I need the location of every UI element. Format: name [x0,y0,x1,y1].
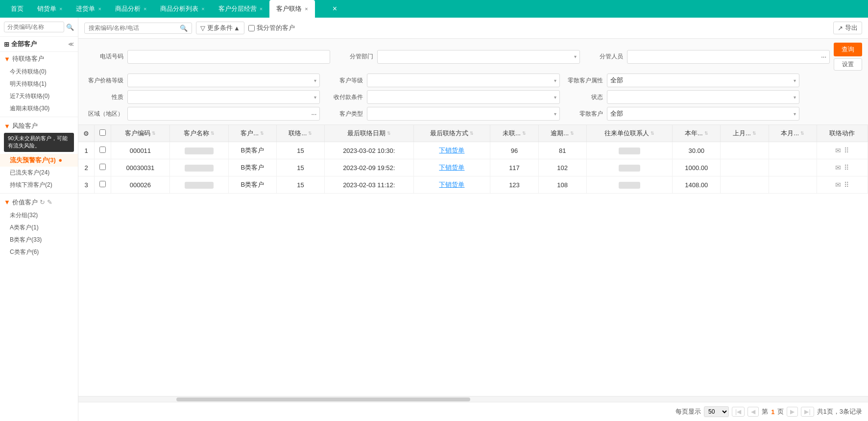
tab-product-analysis[interactable]: 商品分析 × [108,0,153,18]
refresh-icon[interactable]: ↻ [40,198,45,206]
select-all-checkbox[interactable] [99,129,106,136]
row-checkbox-cell[interactable] [95,159,111,176]
row-checkbox[interactable] [99,147,106,153]
row-not-contacted: 96 [490,142,538,159]
th-checkbox[interactable] [95,125,111,142]
sidebar-item-overdue[interactable]: 逾期未联络(30) [0,102,78,115]
close-tab-product-analysis[interactable]: × [144,6,146,12]
sidebar-group-pending[interactable]: ▼ 待联络客户 [0,52,78,66]
row-name: ██████ [169,176,228,194]
close-all-tabs[interactable]: × [333,4,337,13]
person-select[interactable]: ··· [627,50,830,64]
tab-sales[interactable]: 销货单 × [30,0,69,18]
sidebar-item-tomorrow[interactable]: 明天待联络(1) [0,78,78,90]
last-method-link[interactable]: 下销货单 [439,181,464,188]
tab-product-list[interactable]: 商品分析列表 × [153,0,211,18]
sidebar-search-input[interactable] [4,22,64,32]
sidebar-all-customers[interactable]: ⊞ 全部客户 ≪ [0,37,78,52]
row-customer-type: B类客户 [228,142,276,159]
scrollbar-thumb[interactable] [176,397,470,401]
sidebar-item-7days[interactable]: 近7天待联络(0) [0,90,78,102]
row-checkbox-cell[interactable] [95,176,111,194]
page-unit: 页 [777,407,784,416]
action-more-icon[interactable]: ⠿ [844,147,849,154]
sidebar-item-a-class[interactable]: A类客户(1) [0,222,78,234]
more-conditions-btn[interactable]: ▽ 更多条件 ▲ [196,22,244,34]
row-contact-count: 15 [276,142,324,159]
action-contact-icon[interactable]: ✉ [835,147,841,154]
sidebar-item-ungrouped[interactable]: 未分组(32) [0,209,78,222]
data-table-area: ⚙ 客户编码⇅ 客户名称⇅ 客户...⇅ 联络...⇅ 最后联络日期⇅ 最后联络… [78,125,868,396]
sidebar-item-b-class[interactable]: B类客户(33) [0,234,78,246]
sidebar-item-churned[interactable]: 已流失客户(24) [0,167,78,179]
row-last-date: 2023-02-03 11:12: [325,176,414,194]
row-checkbox[interactable] [99,164,106,170]
table-row: 1 000011 ██████ B类客户 15 2023-03-02 10:30… [78,142,868,159]
action-more-icon[interactable]: ⠿ [844,164,849,172]
customer-level-select[interactable]: ▾ [367,74,559,87]
sidebar-group-risk[interactable]: ▼ 风险客户 [0,119,78,133]
region-select[interactable]: ··· [127,107,320,121]
close-tab-purchase[interactable]: × [98,6,101,12]
customer-type-select[interactable]: ▾ [367,107,559,121]
row-checkbox[interactable] [99,181,106,187]
sidebar-group-value[interactable]: ▼ 价值客户 ↻ ✎ [0,196,78,209]
close-tab-sales[interactable]: × [59,6,62,12]
th-settings[interactable]: ⚙ [78,125,95,142]
export-button[interactable]: ↗ 导出 [833,22,862,34]
payment-select[interactable]: ▾ [367,90,559,104]
tab-purchase[interactable]: 进货单 × [69,0,108,18]
last-page-btn[interactable]: ▶| [801,407,814,417]
filter-row-1: 电话号码 分管部门 ▾ 分管人员 ··· 查询 设置 [84,43,862,71]
sidebar-divider-2 [0,193,78,194]
retail-customer-select[interactable]: 全部▾ [607,107,799,121]
last-method-link[interactable]: 下销货单 [439,147,464,154]
first-page-btn[interactable]: |◀ [732,407,745,417]
sidebar-search-area: 🔍 [0,18,78,37]
action-more-icon[interactable]: ⠿ [844,181,849,189]
row-checkbox-cell[interactable] [95,142,111,159]
dept-select[interactable]: ▾ [377,50,580,64]
retail-attr-select[interactable]: 全部▾ [607,74,799,87]
gender-select[interactable]: ▾ [127,90,320,104]
close-tab-customer-contact[interactable]: × [305,6,308,12]
tooltip-risk: 90天未交易的客户，可能有流失风险。 [4,133,74,152]
prev-page-btn[interactable]: ◀ [747,407,759,417]
sidebar-item-churn-warning[interactable]: 流失预警客户(3) ● [0,154,78,167]
row-contact-count: 15 [276,176,324,194]
filter-row-4: 区域（地区） ··· 客户类型 ▾ 零散客户 全部▾ [84,107,862,121]
tab-customer-contact[interactable]: 客户联络 × [269,0,314,18]
filter-actions: 查询 设置 [834,43,862,71]
row-last-method: 下销货单 [413,159,490,176]
filter-retail-attr: 零散客户属性 全部▾ [564,74,799,87]
phone-input[interactable] [127,50,330,64]
next-page-btn[interactable]: ▶ [787,407,798,417]
row-not-contacted: 123 [490,176,538,194]
edit-icon[interactable]: ✎ [47,198,52,206]
row-not-contacted: 117 [490,159,538,176]
sidebar-search-icon[interactable]: 🔍 [66,24,74,31]
sidebar-item-declining[interactable]: 持续下滑客户(2) [0,179,78,191]
tab-home[interactable]: 首页 [4,0,30,18]
close-tab-product-list[interactable]: × [201,6,204,12]
action-contact-icon[interactable]: ✉ [835,164,841,172]
my-customers-checkbox-label[interactable]: 我分管的客户 [248,24,295,32]
search-input[interactable] [89,25,180,31]
close-tab-customer-layer[interactable]: × [260,6,263,12]
horizontal-scrollbar[interactable] [78,396,868,402]
price-level-select[interactable]: ▾ [127,74,320,87]
sidebar-item-today[interactable]: 今天待联络(0) [0,66,78,78]
action-contact-icon[interactable]: ✉ [835,181,841,189]
row-customer-type: B类客户 [228,176,276,194]
settings-button[interactable]: 设置 [834,58,862,71]
per-page-select[interactable]: 50 100 [704,406,729,417]
my-customers-checkbox[interactable] [248,25,255,31]
tab-customer-layer[interactable]: 客户分层经营 × [212,0,269,18]
last-method-link[interactable]: 下销货单 [439,164,464,171]
filter-dept: 分管部门 ▾ [334,50,580,64]
query-button[interactable]: 查询 [834,43,862,56]
sidebar-item-c-class[interactable]: C类客户(6) [0,246,78,258]
row-index: 2 [78,159,95,176]
search-icon-main[interactable]: 🔍 [180,25,188,32]
status-select[interactable]: ▾ [607,90,799,104]
